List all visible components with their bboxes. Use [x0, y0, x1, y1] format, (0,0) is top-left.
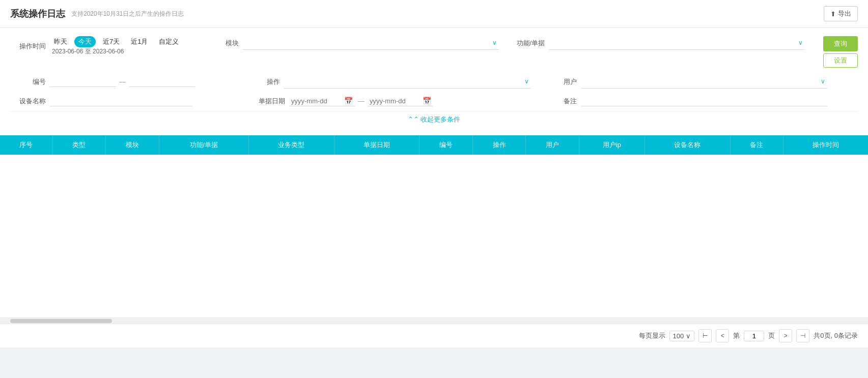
- voucher-date-label: 单据日期: [244, 97, 285, 106]
- page-label: 第: [733, 331, 740, 340]
- total-label: 共0页, 0条记录: [814, 331, 858, 340]
- prev-page-button[interactable]: <: [716, 329, 729, 342]
- today-btn[interactable]: 今天: [74, 36, 96, 47]
- table-col-用户: 用户: [526, 135, 579, 155]
- query-button[interactable]: 查询: [823, 36, 858, 51]
- page-unit: 页: [768, 331, 775, 340]
- table-col-模块: 模块: [106, 135, 159, 155]
- user-chevron-icon: ∨: [821, 78, 825, 85]
- filter-area: 操作时间 昨天 今天 近7天 近1月 自定义 2023-06-06 至 2023…: [0, 28, 868, 135]
- next-page-button[interactable]: >: [779, 329, 792, 342]
- collapse-icon: ⌃⌃: [408, 115, 419, 123]
- 1month-btn[interactable]: 近1月: [127, 36, 152, 47]
- user-select[interactable]: ∨: [581, 75, 828, 89]
- table-col-设备名称: 设备名称: [645, 135, 730, 155]
- table-col-单据日期: 单据日期: [334, 135, 419, 155]
- calendar-end-icon[interactable]: 📅: [423, 97, 431, 105]
- func-select[interactable]: ∨: [549, 36, 805, 50]
- pagination-bar: 每页显示 100 ∨ ⊢ < 第 页 > ⊣ 共0页, 0条记录: [0, 324, 868, 347]
- table-col-功能/单据: 功能/单据: [159, 135, 248, 155]
- device-label: 设备名称: [10, 97, 46, 106]
- page-title: 系统操作日志: [10, 8, 65, 20]
- voucher-date-start[interactable]: 📅: [289, 96, 355, 106]
- code-end-input[interactable]: [129, 77, 195, 87]
- voucher-date-end[interactable]: 📅: [368, 96, 433, 106]
- device-input[interactable]: [50, 96, 192, 106]
- func-label: 功能/单据: [509, 39, 545, 48]
- module-select[interactable]: ∨: [243, 36, 499, 50]
- page-size-select[interactable]: 100 ∨: [669, 331, 695, 341]
- data-table: 序号类型模块功能/单据业务类型单据日期编号操作用户用户ip设备名称备注操作时间: [0, 135, 868, 155]
- remark-input[interactable]: [581, 96, 828, 106]
- horizontal-scrollbar[interactable]: [0, 317, 868, 324]
- module-chevron-icon: ∨: [492, 39, 497, 46]
- table-header-row: 序号类型模块功能/单据业务类型单据日期编号操作用户用户ip设备名称备注操作时间: [0, 135, 868, 155]
- page-size-value: 100: [673, 332, 684, 340]
- 7days-btn[interactable]: 近7天: [99, 36, 124, 47]
- op-chevron-icon: ∨: [524, 78, 529, 85]
- table-col-序号: 序号: [0, 135, 52, 155]
- time-label: 操作时间: [10, 42, 46, 51]
- action-buttons: 查询 设置: [823, 36, 858, 68]
- table-col-类型: 类型: [52, 135, 105, 155]
- page-header: 系统操作日志 支持2020年10月31日之后产生的操作日志 ⬆ 导出: [0, 0, 868, 28]
- user-label: 用户: [541, 77, 577, 86]
- table-col-编号: 编号: [419, 135, 472, 155]
- export-button[interactable]: ⬆ 导出: [824, 6, 858, 21]
- empty-area: [0, 155, 868, 317]
- func-chevron-icon: ∨: [798, 39, 803, 46]
- settings-button[interactable]: 设置: [823, 53, 858, 68]
- page-size-label: 每页显示: [639, 331, 665, 340]
- last-page-button[interactable]: ⊣: [796, 329, 809, 342]
- scrollbar-thumb[interactable]: [10, 319, 112, 323]
- module-select-text: [245, 37, 492, 48]
- code-start-input[interactable]: [50, 77, 116, 87]
- date-range-display: 2023-06-06 至 2023-06-06: [52, 47, 183, 56]
- page-subtitle: 支持2020年10月31日之后产生的操作日志: [71, 10, 184, 18]
- table-col-备注: 备注: [730, 135, 783, 155]
- first-page-button[interactable]: ⊢: [698, 329, 712, 342]
- calendar-start-icon[interactable]: 📅: [344, 97, 353, 105]
- collapse-bar[interactable]: ⌃⌃ 收起更多条件: [10, 111, 858, 127]
- voucher-date-end-input[interactable]: [370, 97, 421, 105]
- table-col-业务类型: 业务类型: [249, 135, 334, 155]
- code-label: 编号: [10, 77, 46, 86]
- custom-btn[interactable]: 自定义: [155, 36, 183, 47]
- user-select-text: [583, 76, 821, 87]
- yesterday-btn[interactable]: 昨天: [50, 36, 71, 47]
- collapse-label: 收起更多条件: [421, 115, 460, 123]
- page-size-chevron-icon: ∨: [686, 332, 691, 340]
- time-buttons: 昨天 今天 近7天 近1月 自定义: [50, 36, 183, 47]
- export-icon: ⬆: [830, 10, 836, 18]
- voucher-date-start-input[interactable]: [291, 97, 342, 105]
- table-col-操作时间: 操作时间: [783, 135, 868, 155]
- op-select-text: [286, 76, 524, 87]
- func-select-text: [551, 37, 798, 48]
- title-area: 系统操作日志 支持2020年10月31日之后产生的操作日志: [10, 8, 184, 20]
- page-number-input[interactable]: [744, 331, 764, 341]
- op-select[interactable]: ∨: [284, 75, 531, 89]
- table-col-用户ip: 用户ip: [579, 135, 645, 155]
- table-header: 序号类型模块功能/单据业务类型单据日期编号操作用户用户ip设备名称备注操作时间: [0, 135, 868, 155]
- module-label: 模块: [203, 39, 239, 48]
- table-section: 序号类型模块功能/单据业务类型单据日期编号操作用户用户ip设备名称备注操作时间: [0, 135, 868, 317]
- remark-label: 备注: [541, 97, 577, 106]
- table-col-操作: 操作: [472, 135, 525, 155]
- op-label: 操作: [244, 77, 280, 86]
